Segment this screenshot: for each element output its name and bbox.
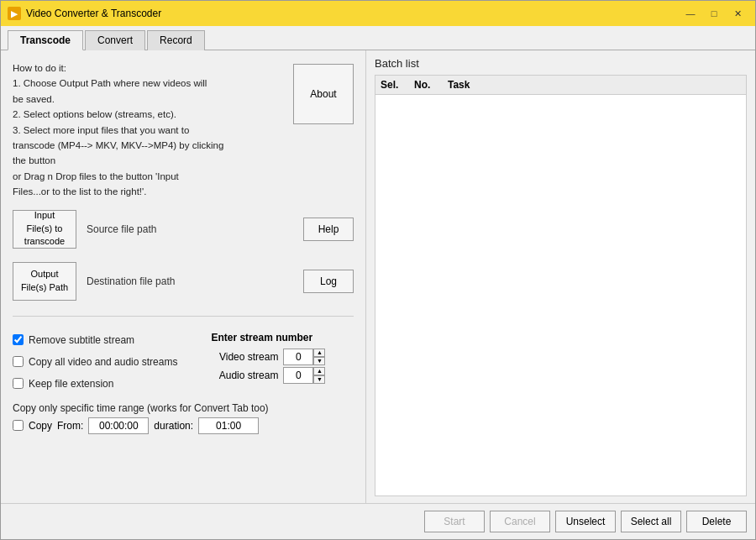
audio-stream-down[interactable]: ▼ (313, 375, 325, 384)
video-stream-spinbox-buttons: ▲ ▼ (313, 349, 325, 365)
tab-record[interactable]: Record (147, 30, 205, 50)
tab-bar: Transcode Convert Record (1, 26, 755, 50)
audio-stream-row: Audio stream ▲ ▼ (211, 367, 325, 384)
maximize-button[interactable]: □ (703, 4, 725, 23)
remove-subtitle-label: Remove subtitle stream (29, 334, 134, 346)
tab-transcode[interactable]: Transcode (8, 30, 83, 50)
time-range-checkbox[interactable] (13, 420, 24, 431)
title-bar: ▶ Video Converter & Transcoder — □ ✕ (1, 1, 755, 26)
input-files-button[interactable]: InputFile(s) totranscode (13, 210, 76, 249)
time-range-copy-label: Copy (29, 420, 52, 432)
from-time-input[interactable] (88, 417, 149, 434)
right-panel: Batch list Sel. No. Task (366, 50, 755, 503)
stream-right: Enter stream number Video stream ▲ ▼ Aud (211, 332, 325, 392)
left-panel: How to do it: 1. Choose Output Path wher… (1, 50, 366, 503)
cancel-button[interactable]: Cancel (490, 511, 550, 532)
divider-1 (13, 316, 354, 317)
top-section: How to do it: 1. Choose Output Path wher… (13, 60, 354, 200)
audio-stream-label: Audio stream (211, 370, 278, 381)
video-stream-label: Video stream (211, 351, 278, 363)
keep-extension-label: Keep file extension (29, 378, 113, 390)
close-button[interactable]: ✕ (727, 4, 748, 23)
audio-stream-spinbox-buttons: ▲ ▼ (313, 367, 325, 384)
main-window: ▶ Video Converter & Transcoder — □ ✕ Tra… (0, 0, 756, 540)
start-button[interactable]: Start (424, 511, 485, 532)
video-stream-spinbox: ▲ ▼ (283, 349, 325, 365)
batch-header-no: No. (414, 79, 448, 91)
input-files-row: InputFile(s) totranscode Source file pat… (13, 210, 354, 249)
copy-streams-label: Copy all video and audio streams (29, 356, 177, 368)
keep-extension-checkbox[interactable] (13, 378, 24, 389)
copy-streams-checkbox[interactable] (13, 356, 24, 367)
stream-left: Remove subtitle stream Copy all video an… (13, 332, 177, 392)
minimize-button[interactable]: — (680, 4, 701, 23)
remove-subtitle-row: Remove subtitle stream (13, 334, 177, 346)
instructions-block: How to do it: 1. Choose Output Path wher… (13, 60, 285, 200)
keep-extension-row: Keep file extension (13, 378, 177, 390)
content-area: How to do it: 1. Choose Output Path wher… (1, 50, 755, 503)
time-range-label: Copy only specific time range (works for… (13, 402, 354, 414)
video-stream-row: Video stream ▲ ▼ (211, 349, 325, 365)
batch-table: Sel. No. Task (375, 75, 747, 496)
video-stream-up[interactable]: ▲ (313, 349, 325, 357)
instructions-text: How to do it: 1. Choose Output Path wher… (13, 60, 285, 200)
time-range-row: Copy From: duration: (13, 417, 354, 434)
about-button-wrap: About (293, 60, 354, 124)
time-range-section: Copy only specific time range (works for… (13, 402, 354, 434)
unselect-button[interactable]: Unselect (555, 511, 616, 532)
source-path-label: Source file path (87, 223, 293, 235)
output-files-button[interactable]: OutputFile(s) Path (13, 262, 76, 301)
duration-label: duration: (154, 420, 193, 432)
tab-convert[interactable]: Convert (85, 30, 145, 50)
batch-list-title: Batch list (375, 57, 747, 70)
app-icon: ▶ (8, 7, 21, 20)
output-files-row: OutputFile(s) Path Destination file path… (13, 262, 354, 301)
copy-streams-row: Copy all video and audio streams (13, 356, 177, 368)
log-button[interactable]: Log (303, 270, 354, 293)
batch-header-task: Task (448, 79, 741, 91)
batch-table-header: Sel. No. Task (375, 76, 746, 95)
delete-button[interactable]: Delete (686, 511, 747, 532)
stream-title: Enter stream number (211, 332, 325, 343)
bottom-bar: Start Cancel Unselect Select all Delete (1, 503, 755, 539)
select-all-button[interactable]: Select all (621, 511, 681, 532)
from-label: From: (57, 420, 83, 432)
dest-path-label: Destination file path (87, 275, 293, 287)
audio-stream-input[interactable] (283, 367, 313, 384)
batch-table-body (375, 95, 746, 496)
stream-section: Remove subtitle stream Copy all video an… (13, 332, 354, 392)
window-title: Video Converter & Transcoder (26, 8, 680, 19)
video-stream-down[interactable]: ▼ (313, 357, 325, 365)
video-stream-input[interactable] (283, 349, 313, 365)
about-button[interactable]: About (293, 64, 354, 124)
audio-stream-spinbox: ▲ ▼ (283, 367, 325, 384)
audio-stream-up[interactable]: ▲ (313, 367, 325, 375)
window-controls: — □ ✕ (680, 4, 748, 23)
duration-input[interactable] (198, 417, 259, 434)
remove-subtitle-checkbox[interactable] (13, 334, 24, 345)
batch-header-sel: Sel. (381, 79, 414, 91)
help-button[interactable]: Help (303, 218, 354, 241)
